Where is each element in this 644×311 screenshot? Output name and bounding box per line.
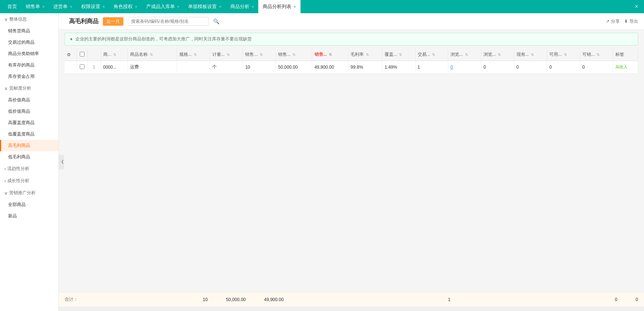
sidebar-item-new-goods[interactable]: 新品: [0, 210, 58, 222]
sidebar-collapse-button[interactable]: 《: [59, 155, 64, 170]
sidebar-group-growth-label: 成长性分析: [7, 178, 29, 184]
nav-purchase-close[interactable]: ×: [70, 4, 72, 9]
nav-purchase[interactable]: 进货单 ×: [49, 0, 76, 13]
stock1-col-header[interactable]: 现有... ⇅: [514, 48, 547, 61]
info-icon: ✦: [69, 37, 73, 42]
name-sort-icon: ⇅: [150, 53, 153, 57]
nav-sales[interactable]: 销售单 ×: [21, 0, 49, 13]
search-input[interactable]: [128, 17, 209, 26]
browse1-col-header[interactable]: 浏览... ⇅: [448, 48, 481, 61]
footer-sales1: 10: [203, 297, 208, 302]
row-sales3: 49,900.00: [312, 61, 348, 73]
share-button[interactable]: ↗ 分享: [606, 18, 620, 25]
nav-product-analysis-list[interactable]: 商品分析列表 ×: [258, 0, 300, 13]
row-browse1[interactable]: 0: [448, 61, 481, 73]
nav-role-label: 角色授权: [114, 3, 133, 10]
nav-permission-close[interactable]: ×: [102, 4, 105, 9]
share-label: 分享: [611, 18, 620, 25]
sales2-col-header[interactable]: 销售... ⇅: [276, 48, 312, 61]
sidebar-item-in-stock[interactable]: 有库存的商品: [0, 59, 58, 71]
nav-permission[interactable]: 权限设置 ×: [77, 0, 109, 13]
nav-template[interactable]: 单据模板设置 ×: [184, 0, 226, 13]
code-col-label: 商...: [103, 52, 111, 57]
tag-col-header: 标签: [613, 48, 638, 61]
footer-trade: 1: [448, 297, 451, 302]
unit-col-header[interactable]: 计量... ⇅: [210, 48, 243, 61]
code-sort-icon: ⇅: [113, 53, 116, 57]
nav-role-close[interactable]: ×: [135, 4, 137, 9]
table-row: 1 0000... 运费 个 10 50,000.00 49,900.00 99…: [65, 61, 638, 73]
arrow-down-icon: ∨: [4, 17, 8, 22]
row-select-checkbox[interactable]: [80, 64, 84, 69]
horizontal-scrollbar[interactable]: [59, 307, 644, 311]
nav-sales-label: 销售单: [26, 3, 40, 10]
export-label: 导出: [629, 18, 638, 25]
nav-purchase-label: 进货单: [53, 3, 68, 10]
nav-sales-close[interactable]: ×: [42, 4, 44, 9]
sidebar-item-high-coverage[interactable]: 高覆盖度商品: [0, 117, 58, 129]
num-col-header: [87, 48, 101, 61]
search-button[interactable]: 🔍: [213, 18, 219, 24]
nav-product-analysis-list-close[interactable]: ×: [294, 4, 296, 9]
trade-col-header[interactable]: 交易... ⇅: [415, 48, 448, 61]
name-col-header[interactable]: 商品名称 ⇅: [128, 48, 177, 61]
stock1-sort-icon: ⇅: [531, 53, 534, 57]
nav-home[interactable]: 首页: [3, 0, 21, 13]
coverage-col-header[interactable]: 覆盖... ⇅: [382, 48, 415, 61]
checkbox-col-header[interactable]: [76, 48, 87, 61]
nav-product-in-close[interactable]: ×: [177, 4, 179, 9]
sidebar-group-trend[interactable]: › 流趋性分析: [0, 163, 58, 175]
browse2-col-header[interactable]: 浏览... ⇅: [481, 48, 514, 61]
row-checkbox[interactable]: [76, 61, 87, 73]
browse2-sort-icon: ⇅: [498, 53, 501, 57]
sidebar-item-low-coverage[interactable]: 低覆盖度商品: [0, 129, 58, 140]
row-stock2: 0: [547, 61, 580, 73]
sidebar-item-category-rate[interactable]: 商品分类助销率: [0, 48, 58, 59]
nav-role[interactable]: 角色授权 ×: [109, 0, 141, 13]
sidebar-item-high-margin[interactable]: 高毛利商品: [0, 140, 58, 151]
settings-col-header[interactable]: ⚙: [65, 48, 76, 61]
window-close-button[interactable]: ×: [632, 3, 641, 10]
row-spec: [177, 61, 210, 73]
sidebar-item-all-goods[interactable]: 全部商品: [0, 199, 58, 210]
sidebar-item-low-value[interactable]: 低价值商品: [0, 106, 58, 117]
sidebar-group-growth[interactable]: › 成长性分析: [0, 175, 58, 187]
nav-product-in[interactable]: 产成品入库单 ×: [142, 0, 184, 13]
select-all-checkbox[interactable]: [80, 52, 84, 57]
sidebar-item-sales-goods[interactable]: 销售货商品: [0, 25, 58, 37]
sidebar-item-stock-capital[interactable]: 库存资金占用: [0, 71, 58, 82]
row-settings: [65, 61, 76, 73]
nav-product-analysis-close[interactable]: ×: [252, 4, 254, 9]
arrow-down-icon-3: ∨: [4, 191, 8, 196]
sidebar-group-marketing[interactable]: ∨ 营销推广分析: [0, 187, 58, 199]
stock3-col-header[interactable]: 可销... ⇅: [580, 48, 613, 61]
arrow-right-icon-2: ›: [4, 178, 6, 184]
gross-rate-sort-icon: ⇅: [366, 53, 369, 57]
sales1-col-header[interactable]: 销售... ⇅: [243, 48, 276, 61]
nav-template-close[interactable]: ×: [219, 4, 221, 9]
sidebar-item-low-margin[interactable]: 低毛利商品: [0, 151, 58, 163]
stock2-col-header[interactable]: 可用... ⇅: [547, 48, 580, 61]
table-container[interactable]: ⚙ 商... ⇅ 商品名称 ⇅: [59, 48, 644, 292]
sidebar-item-high-value[interactable]: 高价值商品: [0, 94, 58, 106]
filter-recent-month-button[interactable]: 近一月: [103, 17, 123, 26]
footer-spacer2: [469, 297, 596, 302]
nav-product-analysis[interactable]: 商品分析 ×: [226, 0, 258, 13]
code-col-header[interactable]: 商... ⇅: [101, 48, 128, 61]
sidebar-group-contribution-label: 贡献度分析: [9, 85, 31, 91]
sidebar-group-overall[interactable]: ∨ 整体信息: [0, 13, 58, 25]
products-table: ⚙ 商... ⇅ 商品名称 ⇅: [65, 48, 638, 73]
sales1-col-label: 销售...: [245, 52, 258, 57]
spec-col-header[interactable]: 规格... ⇅: [177, 48, 210, 61]
sidebar-group-contribution[interactable]: ∨ 贡献度分析: [0, 82, 58, 94]
tag-col-label: 标签: [615, 52, 624, 57]
sales3-col-header[interactable]: 销售... ⇅: [312, 48, 348, 61]
nav-permission-label: 权限设置: [81, 3, 100, 10]
export-button[interactable]: ⬇ 导出: [624, 18, 638, 25]
nav-product-in-label: 产成品入库单: [146, 3, 175, 10]
gross-rate-col-header[interactable]: 毛利率 ⇅: [348, 48, 382, 61]
browse1-link[interactable]: 0: [450, 65, 453, 70]
row-num: 1: [87, 61, 101, 73]
sidebar-item-traded-goods[interactable]: 交易过的商品: [0, 37, 58, 48]
unit-col-label: 计量...: [212, 52, 225, 57]
